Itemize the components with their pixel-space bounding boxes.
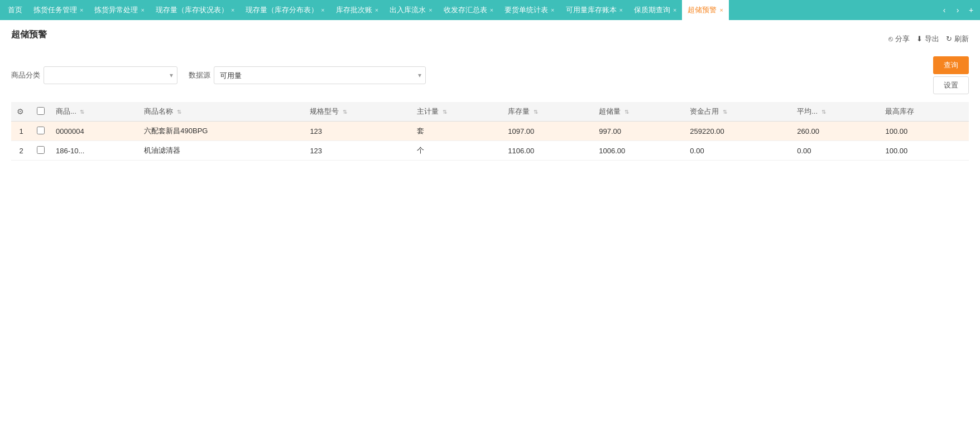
- nav-item-collect[interactable]: 收发存汇总表 ×: [438, 0, 499, 20]
- top-nav: 首页 拣货任务管理 × 拣货异常处理 × 现存量（库存状况表） × 现存量（库存…: [0, 0, 980, 20]
- nav-item-label: 出入库流水: [390, 5, 426, 15]
- table-header-row: ⚙ 商品... ⇅ 商品名称 ⇅ 规格型号 ⇅ 主计量: [11, 102, 969, 122]
- datasource-select[interactable]: 可用量 库存量: [214, 66, 426, 84]
- col-product-name-label: 商品名称: [144, 107, 173, 115]
- nav-item-label: 首页: [8, 5, 22, 15]
- settings-button[interactable]: 设置: [933, 76, 969, 94]
- share-button[interactable]: ⎋ 分享: [888, 34, 910, 44]
- close-icon[interactable]: ×: [231, 7, 234, 13]
- nav-item-home[interactable]: 首页: [2, 0, 28, 20]
- col-max-stock[interactable]: 最高库存: [880, 102, 969, 122]
- col-capital[interactable]: 资金占用 ⇅: [684, 102, 791, 122]
- sort-icon: ⇅: [534, 109, 538, 115]
- row-checkbox-cell[interactable]: [31, 122, 50, 141]
- cell-product-code: 0000004: [50, 122, 138, 141]
- cell-avg: 260.00: [791, 122, 880, 141]
- sort-icon: ⇅: [443, 109, 447, 115]
- nav-item-label: 保质期查询: [634, 5, 670, 15]
- close-icon[interactable]: ×: [429, 7, 432, 13]
- nav-item-abnormal[interactable]: 拣货异常处理 ×: [89, 0, 150, 20]
- nav-next-button[interactable]: ›: [951, 0, 964, 20]
- refresh-icon: ↻: [946, 35, 952, 43]
- table-row: 2 186-10... 机油滤清器 123 个 1106.00 1006.00 …: [11, 141, 969, 161]
- header-actions: ⎋ 分享 ⬇ 导出 ↻ 刷新: [888, 34, 969, 44]
- cell-stock: 1106.00: [502, 141, 593, 161]
- category-select-wrapper: ▾: [44, 66, 177, 84]
- row-checkbox[interactable]: [37, 127, 45, 134]
- nav-item-stock-dist[interactable]: 现存量（库存分布表） ×: [240, 0, 330, 20]
- row-checkbox-cell[interactable]: [31, 141, 50, 161]
- close-icon[interactable]: ×: [80, 7, 83, 13]
- close-icon[interactable]: ×: [619, 7, 623, 13]
- nav-item-batch[interactable]: 库存批次账 ×: [330, 0, 384, 20]
- query-button[interactable]: 查询: [933, 56, 969, 74]
- close-icon[interactable]: ×: [551, 7, 554, 13]
- col-stock-label: 库存量: [508, 107, 530, 115]
- checkbox-col-header[interactable]: [31, 102, 50, 122]
- nav-item-label: 库存批次账: [336, 5, 372, 15]
- nav-arrows: ‹ › +: [938, 0, 978, 20]
- row-checkbox[interactable]: [37, 146, 45, 154]
- nav-item-quality[interactable]: 保质期查询 ×: [628, 0, 682, 20]
- page-content: 超储预警 ⎋ 分享 ⬇ 导出 ↻ 刷新 商品分类 ▾: [0, 20, 980, 169]
- close-icon[interactable]: ×: [673, 7, 676, 13]
- nav-prev-button[interactable]: ‹: [938, 0, 951, 20]
- col-avg-label: 平均...: [797, 107, 818, 115]
- select-all-checkbox[interactable]: [37, 107, 45, 115]
- sort-icon: ⇅: [624, 109, 629, 115]
- row-num: 1: [11, 122, 31, 141]
- export-button[interactable]: ⬇ 导出: [916, 34, 939, 44]
- nav-item-inout-flow[interactable]: 出入库流水 ×: [384, 0, 438, 20]
- col-stock[interactable]: 库存量 ⇅: [502, 102, 593, 122]
- settings-col-header[interactable]: ⚙: [11, 102, 31, 122]
- nav-item-overstock[interactable]: 超储预警 ×: [682, 0, 728, 20]
- col-avg[interactable]: 平均... ⇅: [791, 102, 880, 122]
- gear-icon: ⚙: [17, 107, 24, 116]
- close-icon[interactable]: ×: [375, 7, 378, 13]
- close-icon[interactable]: ×: [321, 7, 324, 13]
- cell-overstock: 1006.00: [593, 141, 684, 161]
- cell-capital: 259220.00: [684, 122, 791, 141]
- category-select[interactable]: [44, 66, 177, 84]
- col-overstock[interactable]: 超储量 ⇅: [593, 102, 684, 122]
- nav-item-label: 拣货异常处理: [94, 5, 138, 15]
- col-product-name[interactable]: 商品名称 ⇅: [138, 102, 304, 122]
- nav-item-label: 拣货任务管理: [33, 5, 77, 15]
- table-row: 1 0000004 六配套新昌490BPG 123 套 1097.00 997.…: [11, 122, 969, 141]
- cell-product-code: 186-10...: [50, 141, 138, 161]
- cell-product-name: 机油滤清器: [138, 141, 304, 161]
- nav-expand-button[interactable]: +: [964, 0, 978, 20]
- nav-item-label: 要货单统计表: [505, 5, 548, 15]
- sort-icon: ⇅: [723, 109, 727, 115]
- col-unit[interactable]: 主计量 ⇅: [411, 102, 502, 122]
- nav-item-label: 可用量库存账本: [566, 5, 617, 15]
- cell-overstock: 997.00: [593, 122, 684, 141]
- cell-spec: 123: [304, 122, 411, 141]
- close-icon[interactable]: ×: [490, 7, 493, 13]
- refresh-button[interactable]: ↻ 刷新: [946, 34, 969, 44]
- close-icon[interactable]: ×: [719, 7, 723, 13]
- sort-icon: ⇅: [80, 109, 84, 115]
- cell-max-stock: 100.00: [880, 141, 969, 161]
- export-icon: ⬇: [916, 35, 923, 43]
- close-icon[interactable]: ×: [141, 7, 144, 13]
- category-label: 商品分类: [11, 70, 40, 80]
- nav-item-label: 收发存汇总表: [444, 5, 487, 15]
- nav-item-label: 现存量（库存状况表）: [156, 5, 228, 15]
- col-product-code[interactable]: 商品... ⇅: [50, 102, 138, 122]
- col-spec[interactable]: 规格型号 ⇅: [304, 102, 411, 122]
- table-header: ⚙ 商品... ⇅ 商品名称 ⇅ 规格型号 ⇅ 主计量: [11, 102, 969, 122]
- share-icon: ⎋: [888, 35, 893, 43]
- row-num: 2: [11, 141, 31, 161]
- nav-item-avail-ledger[interactable]: 可用量库存账本 ×: [560, 0, 628, 20]
- datasource-label: 数据源: [189, 70, 210, 80]
- cell-capital: 0.00: [684, 141, 791, 161]
- nav-item-task-mgmt[interactable]: 拣货任务管理 ×: [28, 0, 89, 20]
- cell-max-stock: 100.00: [880, 122, 969, 141]
- datasource-select-wrapper: 可用量 库存量 ▾: [214, 66, 426, 84]
- nav-item-stock-status[interactable]: 现存量（库存状况表） ×: [150, 0, 240, 20]
- col-unit-label: 主计量: [417, 107, 439, 115]
- nav-item-order-stat[interactable]: 要货单统计表 ×: [499, 0, 560, 20]
- cell-unit: 套: [411, 122, 502, 141]
- cell-unit: 个: [411, 141, 502, 161]
